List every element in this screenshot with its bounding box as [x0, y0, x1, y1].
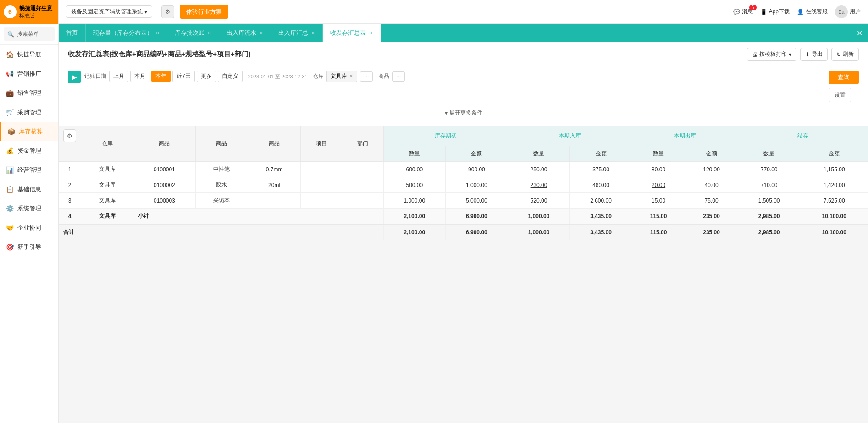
phone-icon: 📱 [760, 9, 767, 15]
cell-in-qty[interactable]: 230.00 [508, 177, 570, 193]
sidebar-item-system[interactable]: ⚙️ 系统管理 [0, 199, 58, 218]
cell-bal-amt: 7,525.00 [800, 193, 868, 209]
main-content: 装备及固定资产辅助管理系统 ▾ ⚙ 体验行业方案 💬 消息 6 📱 App下载 … [59, 0, 868, 423]
warehouse-tag: 文具库 ✕ [326, 71, 357, 82]
cell-seq: 3 [59, 193, 81, 209]
top-header: 装备及固定资产辅助管理系统 ▾ ⚙ 体验行业方案 💬 消息 6 📱 App下载 … [59, 0, 868, 24]
cell-open-amt: 5,000.00 [446, 193, 508, 209]
cell-warehouse: 文具库 [81, 162, 133, 177]
sidebar-item-purchase[interactable]: 🛒 采购管理 [0, 103, 58, 122]
experience-button[interactable]: 体验行业方案 [180, 5, 228, 19]
th-out-amt: 金额 [685, 146, 738, 162]
finance-icon: 💰 [6, 147, 14, 154]
th-code: 商品 [133, 126, 196, 162]
close-tab-receipt-summary[interactable]: ✕ [369, 30, 373, 36]
system-selector[interactable]: 装备及固定资产辅助管理系统 ▾ [66, 5, 152, 18]
tab-bar: 首页 现存量（库存分布表） ✕ 库存批次账 ✕ 出入库流水 ✕ 出入库汇总 ✕ … [59, 24, 868, 42]
sidebar-item-guide[interactable]: 🎯 新手引导 [0, 237, 58, 257]
total-out-qty: 115.00 [632, 224, 685, 240]
tab-inout-summary[interactable]: 出入库汇总 ✕ [271, 24, 323, 42]
expand-more-button[interactable]: ▾ 展开更多条件 [445, 109, 482, 117]
cell-code: 0100001 [133, 162, 196, 177]
date-filter-group: 记账日期 上月 本月 本年 近7天 更多 自定义 [84, 71, 243, 82]
system-selector-area: 装备及固定资产辅助管理系统 ▾ [66, 5, 152, 18]
filter-expand-button[interactable]: ▶ [68, 71, 81, 83]
sidebar-item-finance[interactable]: 💰 资金管理 [0, 141, 58, 160]
tab-home[interactable]: 首页 [59, 24, 86, 42]
cell-dept [342, 162, 383, 177]
cell-in-amt: 375.00 [570, 162, 632, 177]
sidebar-item-marketing[interactable]: 📢 营销推广 [0, 64, 58, 83]
user-action[interactable]: Ea 用户 [835, 5, 861, 18]
service-icon: 👤 [797, 9, 804, 15]
table-settings-icon-button[interactable]: ⚙ [63, 129, 76, 142]
date-btn-custom[interactable]: 自定义 [218, 71, 243, 82]
sidebar-item-sales[interactable]: 💼 销售管理 [0, 83, 58, 103]
settings-gear-button[interactable]: ⚙ [161, 5, 174, 18]
total-in-amt: 3,435.00 [570, 224, 632, 240]
date-btn-last-7[interactable]: 近7天 [172, 71, 195, 82]
th-open-amt: 金额 [446, 146, 508, 162]
sidebar-item-operations[interactable]: 📊 经营管理 [0, 160, 58, 180]
th-warehouse: 仓库 [81, 126, 133, 162]
date-btn-last-month[interactable]: 上月 [109, 71, 128, 82]
sidebar: 6 畅捷通好生意 标准版 🔍 搜索菜单 🏠 快捷导航 📢 营销推广 💼 销售管理… [0, 0, 59, 423]
warehouse-ellipsis-btn[interactable]: ··· [360, 71, 373, 82]
warehouse-tag-close[interactable]: ✕ [349, 73, 353, 79]
export-button[interactable]: ⬇ 导出 [800, 48, 828, 61]
refresh-button[interactable]: ↻ 刷新 [831, 48, 859, 61]
tab-receipt-summary[interactable]: 收发存汇总表 ✕ [323, 24, 381, 42]
date-btn-this-month[interactable]: 本月 [130, 71, 149, 82]
online-service-action[interactable]: 👤 在线客服 [797, 8, 828, 16]
message-action[interactable]: 💬 消息 6 [733, 8, 753, 16]
date-filter-label: 记账日期 [84, 72, 106, 80]
print-button[interactable]: 🖨 按模板打印 ▾ [747, 48, 796, 61]
cell-in-qty[interactable]: 520.00 [508, 193, 570, 209]
filter-main: 记账日期 上月 本月 本年 近7天 更多 自定义 2023-01-01 至 20… [84, 71, 825, 82]
total-bal-qty: 2,985.00 [738, 224, 800, 240]
date-range-text: 2023-01-01 至 2023-12-31 [248, 73, 308, 80]
th-opening-stock: 库存期初 [383, 126, 508, 146]
th-project: 项目 [301, 126, 342, 162]
query-button[interactable]: 查询 [829, 71, 859, 84]
refresh-label: 刷新 [843, 50, 854, 58]
tab-home-label: 首页 [66, 29, 78, 37]
cell-out-qty[interactable]: 20.00 [632, 177, 685, 193]
date-range-display: 2023-01-01 至 2023-12-31 [248, 73, 308, 80]
tab-inout-flow-label: 出入库流水 [227, 29, 256, 37]
date-btn-this-year[interactable]: 本年 [151, 71, 171, 82]
refresh-icon: ↻ [836, 51, 841, 58]
date-shortcuts: 上月 本月 本年 近7天 更多 自定义 [109, 71, 243, 82]
goods-ellipsis-btn[interactable]: ··· [392, 71, 405, 82]
close-tab-inventory-dist[interactable]: ✕ [155, 30, 160, 36]
search-menu-button[interactable]: 🔍 搜索菜单 [4, 27, 55, 41]
th-out-qty: 数量 [632, 146, 685, 162]
close-tab-batch-account[interactable]: ✕ [207, 30, 211, 36]
purchase-icon: 🛒 [6, 109, 14, 116]
tab-bar-close-all[interactable]: ✕ [851, 29, 868, 38]
sidebar-label-system: 系统管理 [17, 204, 41, 213]
tab-inout-flow[interactable]: 出入库流水 ✕ [219, 24, 271, 42]
app-download-action[interactable]: 📱 App下载 [760, 8, 790, 16]
close-tab-inout-summary[interactable]: ✕ [311, 30, 315, 36]
sidebar-item-basic-info[interactable]: 📋 基础信息 [0, 180, 58, 199]
th-period-in: 本期入库 [508, 126, 632, 146]
close-tab-inout-flow[interactable]: ✕ [259, 30, 263, 36]
cell-seq: 2 [59, 177, 81, 193]
cell-out-qty[interactable]: 15.00 [632, 193, 685, 209]
cell-out-qty[interactable]: 80.00 [632, 162, 685, 177]
cell-open-qty: 600.00 [383, 162, 446, 177]
sidebar-item-inventory[interactable]: 📦 库存核算 [0, 122, 58, 141]
sidebar-item-cooperation[interactable]: 🤝 企业协同 [0, 218, 58, 237]
goods-filter-label: 商品 [378, 72, 389, 80]
column-settings-button[interactable]: 设置 [829, 88, 851, 102]
warehouse-filter-label: 仓库 [313, 72, 324, 80]
search-icon: 🔍 [7, 31, 14, 38]
sidebar-search-area: 🔍 搜索菜单 [0, 24, 58, 45]
sidebar-item-quick-nav[interactable]: 🏠 快捷导航 [0, 45, 58, 64]
tab-batch-account[interactable]: 库存批次账 ✕ [167, 24, 219, 42]
tab-inventory-dist[interactable]: 现存量（库存分布表） ✕ [86, 24, 167, 42]
date-btn-more[interactable]: 更多 [197, 71, 216, 82]
th-spec: 商品 [248, 126, 301, 162]
cell-in-qty[interactable]: 250.00 [508, 162, 570, 177]
